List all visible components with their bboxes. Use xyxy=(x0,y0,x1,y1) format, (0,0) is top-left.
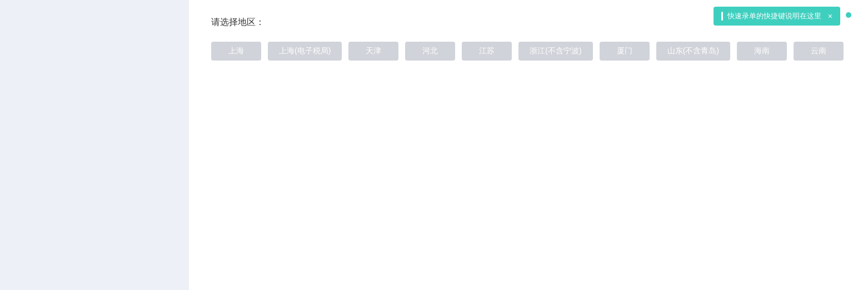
region-button-shanghai[interactable]: 上海 xyxy=(211,42,261,61)
tooltip-dot xyxy=(846,12,851,18)
region-button-shanghai-etax[interactable]: 上海(电子税局) xyxy=(268,42,342,61)
region-button-hainan[interactable]: 海南 xyxy=(737,42,787,61)
region-button-jiangsu[interactable]: 江苏 xyxy=(462,42,512,61)
region-button-zhejiang[interactable]: 浙江(不含宁波) xyxy=(518,42,592,61)
tooltip-label: 快速录单的快捷键说明在这里 xyxy=(727,11,821,21)
region-button-shandong[interactable]: 山东(不含青岛) xyxy=(656,42,730,61)
region-button-yunnan[interactable]: 云南 xyxy=(794,42,844,61)
region-button-hebei[interactable]: 河北 xyxy=(405,42,455,61)
region-buttons: 上海上海(电子税局)天津河北江苏浙江(不含宁波)厦门山东(不含青岛)海南云南 xyxy=(211,42,846,61)
region-button-xiamen[interactable]: 厦门 xyxy=(600,42,650,61)
tooltip-banner: 快速录单的快捷键说明在这里 × xyxy=(714,7,840,26)
tooltip-close-button[interactable]: × xyxy=(828,12,832,21)
region-button-tianjin[interactable]: 天津 xyxy=(348,42,398,61)
left-sidebar xyxy=(0,0,189,290)
main-content: 请选择地区： 上海上海(电子税局)天津河北江苏浙江(不含宁波)厦门山东(不含青岛… xyxy=(189,0,868,290)
tooltip-left-bar xyxy=(721,12,723,21)
